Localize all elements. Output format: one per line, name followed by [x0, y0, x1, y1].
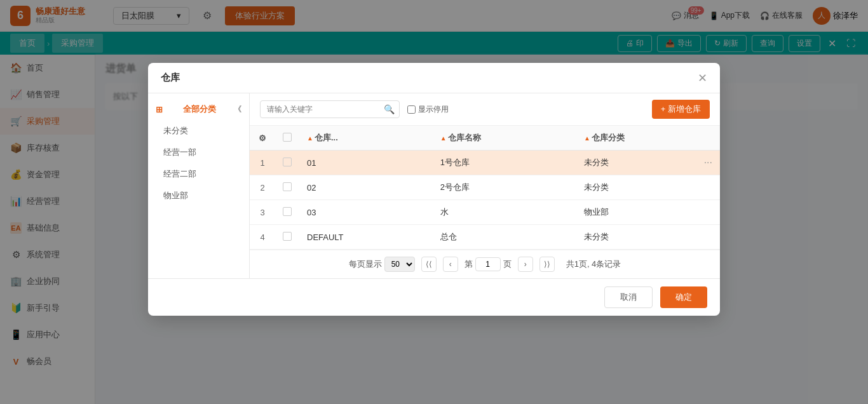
cat-item-property[interactable]: 物业部	[148, 185, 249, 206]
confirm-button[interactable]: 确定	[660, 286, 707, 308]
col-settings: ⚙	[250, 126, 275, 151]
page-label: 第	[465, 259, 473, 270]
per-page-label: 每页显示	[349, 259, 382, 270]
category-all-label: 全部分类	[183, 104, 216, 115]
row-num: 2	[250, 175, 275, 200]
row-category-3: 物业部	[576, 200, 720, 225]
search-input[interactable]	[260, 100, 400, 118]
per-page-select: 每页显示 50	[349, 257, 415, 272]
first-page-button[interactable]: ⟨⟨	[421, 257, 437, 272]
modal-close-button[interactable]: ✕	[698, 72, 707, 84]
warehouse-modal: 仓库 ✕ ⊞ 全部分类 《 未分类 经营一部 经营二部 物业部	[148, 63, 720, 316]
row-name-4: 总仓	[433, 225, 576, 250]
row-category-2: 未分类	[576, 175, 720, 200]
show-disabled-text: 显示停用	[418, 104, 449, 115]
table-row[interactable]: 4 DEFAULT 总仓 未分类	[250, 225, 720, 250]
last-page-button[interactable]: ⟩⟩	[539, 257, 555, 272]
next-page-button[interactable]: ›	[518, 257, 533, 272]
row-checkbox-3[interactable]	[275, 200, 299, 225]
col-category: ▲仓库分类	[576, 126, 720, 151]
modal-footer: 取消 确定	[148, 278, 720, 316]
page-suffix: 页	[503, 259, 512, 270]
row-num: 1	[250, 151, 275, 175]
show-disabled-label[interactable]: 显示停用	[407, 104, 449, 115]
row-checkbox-2[interactable]	[275, 175, 299, 200]
table-toolbar: 🔍 显示停用 + 新增仓库	[250, 93, 720, 126]
col-code: ▲仓库...	[299, 126, 433, 151]
cat-item-operations1[interactable]: 经营一部	[148, 142, 249, 163]
prev-page-button[interactable]: ‹	[443, 257, 458, 272]
checkbox-icon[interactable]	[283, 182, 292, 191]
checkbox-icon[interactable]	[283, 207, 292, 216]
modal-overlay: 仓库 ✕ ⊞ 全部分类 《 未分类 经营一部 经营二部 物业部	[0, 0, 868, 404]
category-sidebar: ⊞ 全部分类 《 未分类 经营一部 经营二部 物业部	[148, 93, 250, 278]
cat-item-operations2[interactable]: 经营二部	[148, 163, 249, 185]
col-checkbox-header[interactable]	[275, 126, 299, 151]
modal-body: ⊞ 全部分类 《 未分类 经营一部 经营二部 物业部 🔍	[148, 93, 720, 278]
row-name-1: 1号仓库	[433, 151, 576, 175]
row-category-1: 未分类 ···	[576, 151, 720, 175]
row-code-3: 03	[299, 200, 433, 225]
pagination-bar: 每页显示 50 ⟨⟨ ‹ 第 页 › ⟩⟩ 共1页, 4条记录	[250, 250, 720, 278]
table-row[interactable]: 1 01 1号仓库 未分类 ···	[250, 151, 720, 175]
warehouse-table: ⚙ ▲仓库... ▲仓库名称 ▲仓库分类 1 01	[250, 126, 720, 250]
row-name-2: 2号仓库	[433, 175, 576, 200]
gear-icon-th: ⚙	[259, 133, 266, 143]
row-name-3: 水	[433, 200, 576, 225]
row-code-1: 01	[299, 151, 433, 175]
search-wrap: 🔍	[260, 100, 400, 118]
page-input-wrap: 第 页	[465, 257, 512, 271]
search-icon[interactable]: 🔍	[384, 104, 395, 114]
row-checkbox-4[interactable]	[275, 225, 299, 250]
col-name: ▲仓库名称	[433, 126, 576, 151]
row-num: 3	[250, 200, 275, 225]
category-all[interactable]: ⊞ 全部分类 《	[148, 98, 249, 120]
row-code-4: DEFAULT	[299, 225, 433, 250]
new-warehouse-button[interactable]: + 新增仓库	[652, 100, 710, 119]
page-number-input[interactable]	[475, 257, 501, 271]
cat-collapse-icon[interactable]: 《	[234, 104, 241, 115]
row-num: 4	[250, 225, 275, 250]
data-table: ⚙ ▲仓库... ▲仓库名称 ▲仓库分类 1 01	[250, 126, 720, 250]
cancel-button[interactable]: 取消	[604, 286, 653, 308]
modal-header: 仓库 ✕	[148, 63, 720, 93]
row-actions-icon-1[interactable]: ···	[704, 157, 712, 168]
modal-title: 仓库	[161, 72, 180, 84]
table-area: 🔍 显示停用 + 新增仓库 ⚙	[250, 93, 720, 278]
total-info: 共1页, 4条记录	[566, 259, 621, 270]
per-page-dropdown[interactable]: 50	[384, 257, 415, 272]
cat-item-unclassified[interactable]: 未分类	[148, 120, 249, 142]
row-category-4: 未分类	[576, 225, 720, 250]
row-checkbox-1[interactable]	[275, 151, 299, 175]
checkbox-icon[interactable]	[283, 232, 292, 241]
table-row[interactable]: 3 03 水 物业部	[250, 200, 720, 225]
select-all-checkbox[interactable]	[283, 133, 292, 142]
row-code-2: 02	[299, 175, 433, 200]
show-disabled-checkbox[interactable]	[407, 105, 416, 114]
table-row[interactable]: 2 02 2号仓库 未分类	[250, 175, 720, 200]
grid-icon: ⊞	[156, 105, 163, 114]
checkbox-icon[interactable]	[283, 158, 292, 166]
